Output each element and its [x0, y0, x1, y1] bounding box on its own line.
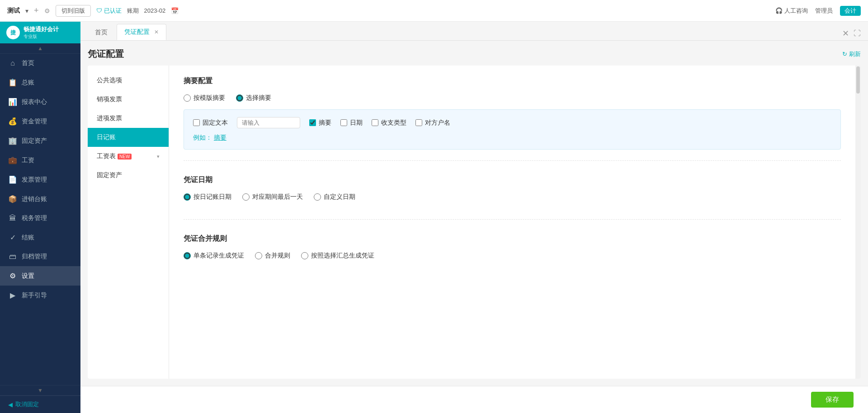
- checkbox-summary[interactable]: 摘要: [309, 119, 331, 127]
- right-content: 摘要配置 按模版摘要 选择摘要: [169, 66, 855, 379]
- checkbox-fixed-text-input[interactable]: [193, 119, 200, 126]
- summary-box: 固定文本 摘要 日期: [184, 109, 841, 150]
- period-label: 账期: [127, 7, 139, 15]
- dropdown-icon[interactable]: ▾: [25, 7, 28, 14]
- page-header: 凭证配置 ↻ 刷新: [88, 48, 861, 60]
- bottom-bar: 保存: [80, 386, 868, 413]
- nav-item-fixed-assets[interactable]: 固定资产: [88, 166, 169, 185]
- radio-select-merge[interactable]: 按照选择汇总生成凭证: [301, 252, 374, 260]
- sidebar-item-home[interactable]: ⌂ 首页: [0, 54, 80, 73]
- radio-single-input[interactable]: [184, 252, 191, 259]
- sidebar-item-label: 归档管理: [22, 253, 47, 261]
- radio-select-merge-input[interactable]: [301, 252, 308, 259]
- expand-icon[interactable]: ⛶: [854, 29, 861, 38]
- close-window-icon[interactable]: ✕: [842, 28, 849, 38]
- radio-template[interactable]: 按模版摘要: [184, 94, 225, 102]
- merge-radio-group: 单条记录生成凭证 合并规则 按照选择汇总生成凭证: [184, 252, 841, 260]
- radio-merge-rule-input[interactable]: [255, 252, 262, 259]
- sidebar-item-label: 新手引导: [22, 291, 47, 300]
- nav-item-journal[interactable]: 日记账: [88, 128, 169, 147]
- tab-close-icon[interactable]: ✕: [154, 29, 159, 35]
- summary-options: 固定文本 摘要 日期: [193, 117, 831, 128]
- pin-icon: ◀: [8, 401, 13, 408]
- admin-label: 管理员: [815, 7, 833, 15]
- sidebar-item-label: 工资: [22, 156, 34, 164]
- radio-custom-date-input[interactable]: [314, 193, 321, 201]
- nav-item-payroll-table[interactable]: 工资表 NEW ▾: [88, 147, 169, 166]
- sidebar-item-label: 设置: [22, 272, 34, 280]
- sidebar-item-ledger[interactable]: 📋 总账: [0, 73, 80, 92]
- logo-text: 畅捷通好会计: [24, 25, 59, 33]
- home-icon: ⌂: [8, 59, 17, 67]
- sidebar-item-label: 报表中心: [22, 98, 47, 106]
- sidebar-item-trade[interactable]: 📦 进销台账: [0, 189, 80, 209]
- sidebar-item-label: 税务管理: [22, 214, 47, 222]
- sidebar-item-close[interactable]: ✓ 结账: [0, 228, 80, 247]
- merge-section: 凭证合并规则 单条记录生成凭证 合并规则: [184, 234, 841, 278]
- nav-item-sales-invoice[interactable]: 销项发票: [88, 90, 169, 109]
- fixed-text-input[interactable]: [237, 117, 300, 128]
- sidebar-item-guide[interactable]: ▶ 新手引导: [0, 286, 80, 305]
- radio-template-input[interactable]: [184, 94, 191, 102]
- checkbox-income-type[interactable]: 收支类型: [372, 119, 406, 127]
- scroll-up-arrow[interactable]: ▲: [38, 45, 43, 52]
- tab-voucher-config[interactable]: 凭证配置 ✕: [117, 24, 166, 40]
- nav-item-public[interactable]: 公共选项: [88, 71, 169, 90]
- archive-icon: 🗃: [8, 253, 17, 261]
- radio-select-input[interactable]: [236, 94, 243, 102]
- radio-period-last-input[interactable]: [242, 193, 250, 201]
- sidebar-item-archive[interactable]: 🗃 归档管理: [0, 247, 80, 266]
- checkbox-date[interactable]: 日期: [340, 119, 363, 127]
- radio-journal-date-input[interactable]: [184, 193, 191, 201]
- new-badge: NEW: [118, 154, 132, 160]
- gear-icon[interactable]: ⚙: [44, 7, 50, 14]
- example-row: 例如： 摘要: [193, 134, 831, 142]
- sidebar-item-assets[interactable]: 🏢 固定资产: [0, 131, 80, 150]
- certified-badge: 🛡 已认证: [96, 7, 122, 15]
- sidebar-item-finance[interactable]: 💰 资金管理: [0, 112, 80, 131]
- checkbox-income-type-input[interactable]: [372, 119, 378, 126]
- sidebar-item-report[interactable]: 📊 报表中心: [0, 92, 80, 112]
- shield-icon: 🛡: [96, 7, 102, 14]
- checkbox-counterparty-input[interactable]: [415, 119, 422, 126]
- sidebar-item-tax[interactable]: 🏛 税务管理: [0, 209, 80, 228]
- save-button[interactable]: 保存: [811, 392, 854, 408]
- example-label: 例如：: [193, 134, 212, 141]
- headset-icon: 🎧: [775, 7, 783, 14]
- checkbox-date-input[interactable]: [340, 119, 347, 126]
- radio-custom-date[interactable]: 自定义日期: [314, 193, 355, 201]
- sidebar-scroll: ⌂ 首页 📋 总账 📊 报表中心 💰 资金管理 🏢 固定资产 💼 工资: [0, 54, 80, 385]
- old-version-button[interactable]: 切到旧版: [56, 5, 91, 17]
- checkbox-counterparty[interactable]: 对方户名: [415, 119, 450, 127]
- add-icon[interactable]: +: [34, 6, 39, 15]
- checkbox-fixed-text[interactable]: 固定文本: [193, 119, 228, 127]
- scrollbar-track: [855, 66, 861, 379]
- checkbox-summary-input[interactable]: [309, 119, 316, 126]
- cancel-fixed-button[interactable]: ◀ 取消固定: [0, 395, 80, 413]
- consult-button[interactable]: 🎧 人工咨询: [775, 7, 808, 15]
- sidebar-item-label: 总账: [22, 79, 34, 87]
- refresh-button[interactable]: ↻ 刷新: [842, 50, 861, 58]
- scrollbar-thumb[interactable]: [856, 66, 860, 94]
- scroll-down-arrow[interactable]: ▼: [38, 387, 43, 394]
- logo-icon: 捷: [6, 26, 20, 39]
- tab-home[interactable]: 首页: [88, 25, 115, 40]
- example-value: 摘要: [214, 134, 226, 141]
- sidebar-logo: 捷 畅捷通好会计 专业版: [0, 22, 80, 43]
- tax-icon: 🏛: [8, 214, 17, 222]
- nav-item-purchase-invoice[interactable]: 进项发票: [88, 109, 169, 128]
- radio-period-last[interactable]: 对应期间最后一天: [242, 193, 303, 201]
- radio-select[interactable]: 选择摘要: [236, 94, 271, 102]
- radio-journal-date[interactable]: 按日记账日期: [184, 193, 231, 201]
- sidebar-item-settings[interactable]: ⚙ 设置: [0, 266, 80, 286]
- content-area: 首页 凭证配置 ✕ ✕ ⛶ 凭证配置 ↻ 刷新: [80, 22, 868, 413]
- radio-single[interactable]: 单条记录生成凭证: [184, 252, 244, 260]
- settings-icon: ⚙: [8, 272, 17, 280]
- radio-merge-rule[interactable]: 合并规则: [255, 252, 290, 260]
- sidebar-item-payroll[interactable]: 💼 工资: [0, 150, 80, 170]
- sidebar-item-label: 结账: [22, 234, 34, 242]
- trade-icon: 📦: [8, 195, 17, 203]
- sidebar-item-invoice[interactable]: 📄 发票管理: [0, 170, 80, 189]
- role-badge: 会计: [840, 6, 861, 16]
- calendar-icon[interactable]: 📅: [171, 7, 179, 14]
